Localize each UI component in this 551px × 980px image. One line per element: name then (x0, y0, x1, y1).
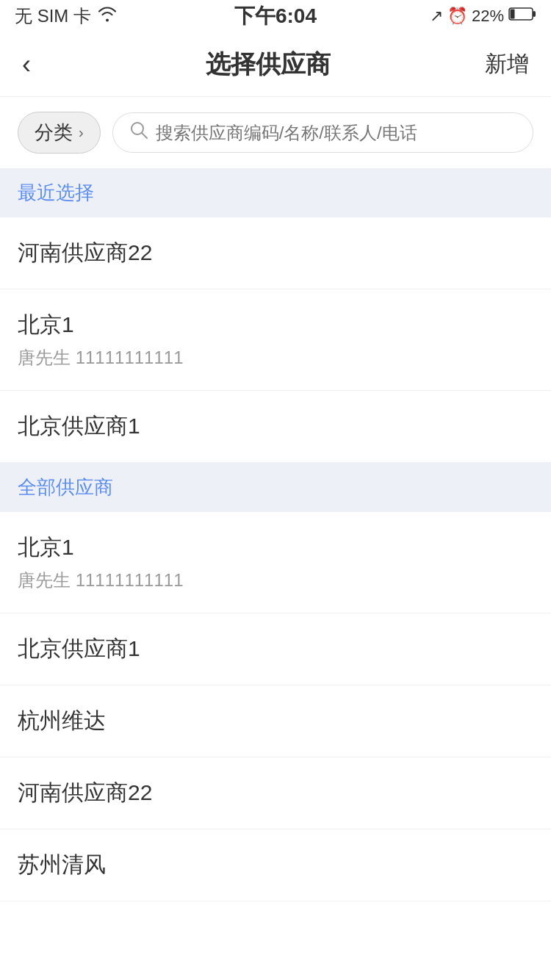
item-name: 河南供应商22 (18, 238, 533, 268)
recent-list: 河南供应商22 北京1 唐先生 11111111111 北京供应商1 (0, 217, 551, 463)
search-box (112, 112, 533, 153)
battery-label: 22% (472, 7, 504, 26)
item-name: 北京供应商1 (18, 411, 533, 442)
status-right: ↗ ⏰ 22% (430, 7, 536, 26)
list-item[interactable]: 苏州清风 (0, 829, 551, 901)
item-name: 北京1 (18, 310, 533, 340)
item-name: 河南供应商22 (18, 778, 533, 808)
svg-line-4 (142, 133, 147, 138)
location-icon: ↗ (430, 7, 443, 26)
category-button[interactable]: 分类 › (18, 112, 101, 154)
list-item[interactable]: 河南供应商22 (0, 757, 551, 829)
page-title: 选择供应商 (206, 48, 331, 82)
all-section-label: 全部供应商 (18, 476, 113, 498)
alarm-icon: ⏰ (447, 7, 467, 26)
list-item[interactable]: 北京1 唐先生 11111111111 (0, 512, 551, 613)
item-name: 杭州维达 (18, 706, 533, 736)
item-name: 北京供应商1 (18, 634, 533, 664)
item-sub: 唐先生 11111111111 (18, 346, 533, 370)
status-left: 无 SIM 卡 (15, 4, 118, 28)
recent-section-header: 最近选择 (0, 168, 551, 217)
sim-label: 无 SIM 卡 (15, 4, 91, 28)
item-sub: 唐先生 11111111111 (18, 569, 533, 592)
back-button[interactable]: ‹ (22, 49, 66, 80)
chevron-right-icon: › (79, 124, 84, 141)
list-item[interactable]: 河南供应商22 (0, 217, 551, 289)
svg-rect-1 (511, 10, 515, 19)
item-name: 苏州清风 (18, 850, 533, 880)
svg-rect-2 (533, 11, 536, 17)
all-section-header: 全部供应商 (0, 463, 551, 512)
item-name: 北京1 (18, 533, 533, 563)
category-label: 分类 (35, 120, 73, 145)
list-item[interactable]: 北京1 唐先生 11111111111 (0, 289, 551, 391)
nav-bar: ‹ 选择供应商 新增 (0, 32, 551, 97)
list-item[interactable]: 北京供应商1 (0, 391, 551, 463)
filter-bar: 分类 › (0, 97, 551, 168)
status-bar: 无 SIM 卡 下午6:04 ↗ ⏰ 22% (0, 0, 551, 32)
list-item[interactable]: 北京供应商1 (0, 613, 551, 685)
search-icon (129, 120, 148, 145)
recent-section-label: 最近选择 (18, 181, 94, 203)
list-item[interactable]: 杭州维达 (0, 685, 551, 757)
add-button[interactable]: 新增 (470, 49, 529, 79)
all-list: 北京1 唐先生 11111111111 北京供应商1 杭州维达 河南供应商22 … (0, 512, 551, 901)
status-time: 下午6:04 (234, 2, 317, 30)
search-input[interactable] (156, 123, 516, 143)
battery-icon (508, 7, 536, 26)
wifi-icon (97, 6, 118, 26)
